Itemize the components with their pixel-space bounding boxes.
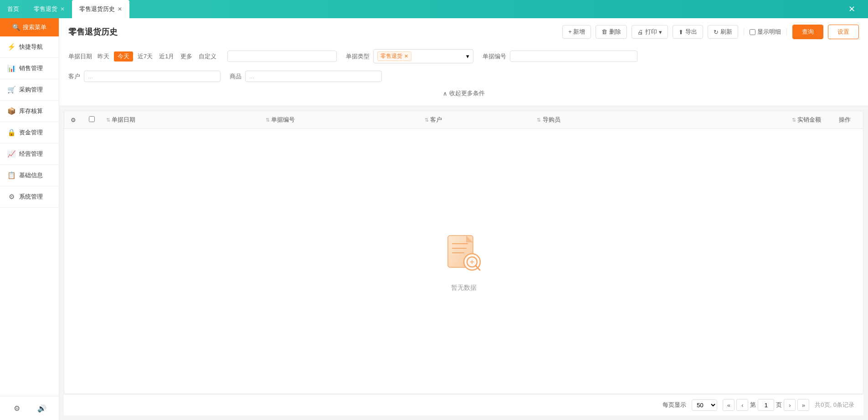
sidebar-settings-button[interactable]: ⚙	[10, 401, 24, 415]
display-detail-checkbox[interactable]	[750, 29, 755, 35]
th-actions: 操作	[827, 111, 863, 129]
print-button[interactable]: 🖨 🖨 打印 打印 ▾	[632, 25, 668, 39]
date-option-custom[interactable]: 自定义	[197, 51, 218, 61]
sidebar-item-sales-mgmt[interactable]: 📊 销售管理	[0, 58, 59, 79]
export-icon: ⬆	[678, 29, 683, 36]
sidebar-item-purchase-mgmt[interactable]: 🛒 采购管理	[0, 79, 59, 101]
empty-illustration	[441, 231, 487, 277]
doc-type-tag: 零售退货 ✕	[377, 51, 411, 61]
collapse-button[interactable]: ∧ 收起更多条件	[439, 87, 488, 99]
prev-page-button[interactable]: ‹	[736, 399, 748, 411]
sidebar-item-basic-info[interactable]: 📋 基础信息	[0, 165, 59, 186]
th-checkbox[interactable]	[82, 111, 101, 129]
quick-nav-icon: ⚡	[7, 43, 15, 51]
doc-number-input[interactable]	[510, 51, 637, 62]
column-settings-icon[interactable]: ⚙	[71, 117, 76, 123]
filter-customer: 客户 ...	[68, 71, 221, 82]
pagination-bar: 每页显示 50 10 20 100 « ‹ 第 页 › » 共0页, 0条记录	[64, 394, 863, 415]
sidebar-item-quick-nav[interactable]: ⚡ 快捷导航	[0, 36, 59, 58]
close-window-button[interactable]: ✕	[845, 2, 859, 16]
date-option-7days[interactable]: 近7天	[136, 51, 154, 61]
tab-retail-return-history[interactable]: 零售退货历史 ✕	[72, 0, 129, 18]
doc-type-tag-text: 零售退货	[380, 52, 402, 60]
th-settings[interactable]: ⚙	[64, 111, 82, 129]
goods-value: ...	[249, 73, 378, 80]
filter-date-range: 2023-06-02 至 2023-06-02	[227, 51, 337, 62]
operation-icon: 📈	[7, 150, 15, 158]
doc-number-label: 单据编号	[483, 52, 506, 61]
sidebar-item-inventory-label: 库存核算	[19, 107, 43, 115]
filter-doc-type: 单据类型 零售退货 ✕ ▾	[346, 49, 473, 63]
sidebar-item-finance-mgmt[interactable]: 🔒 资金管理	[0, 122, 59, 143]
sidebar-item-sales-mgmt-label: 销售管理	[19, 64, 43, 72]
sidebar-item-inventory[interactable]: 📦 库存核算	[0, 101, 59, 122]
display-detail-label: 显示明细	[757, 28, 781, 36]
goods-select[interactable]: ...	[245, 71, 382, 82]
th-guide[interactable]: 导购员	[531, 111, 667, 129]
date-option-1month[interactable]: 近1月	[157, 51, 176, 61]
finance-icon: 🔒	[7, 128, 15, 137]
doc-type-label: 单据类型	[346, 52, 370, 61]
search-icon: 🔍	[12, 24, 20, 31]
page-header: 零售退货历史 + 新增 🗑 删除 🖨 🖨 打印 打印 ▾ ⬆ 导出	[59, 18, 868, 106]
tab-retail-return-close[interactable]: ✕	[60, 6, 65, 12]
refresh-button[interactable]: ↻ 刷新	[708, 25, 738, 39]
per-page-select[interactable]: 50 10 20 100	[692, 400, 717, 411]
toolbar: + 新增 🗑 删除 🖨 🖨 打印 打印 ▾ ⬆ 导出 ↻ 刷新	[562, 25, 859, 39]
tab-home-label: 首页	[7, 5, 19, 13]
date-option-yesterday[interactable]: 昨天	[96, 51, 111, 61]
doc-type-value: 零售退货 ✕	[377, 51, 463, 61]
delete-button[interactable]: 🗑 删除	[596, 25, 627, 39]
customer-select[interactable]: ...	[84, 71, 221, 82]
filter-row-1: 单据日期 昨天 今天 近7天 近1月 更多 自定义 2023-06-02 至 2…	[68, 46, 859, 67]
doc-type-select[interactable]: 零售退货 ✕ ▾	[373, 49, 473, 63]
per-page-label: 每页显示	[663, 401, 686, 409]
th-date[interactable]: 单据日期	[101, 111, 260, 129]
date-option-more[interactable]: 更多	[179, 51, 194, 61]
date-options: 昨天 今天 近7天 近1月 更多 自定义	[96, 51, 218, 61]
sidebar-item-operation-mgmt[interactable]: 📈 经营管理	[0, 143, 59, 165]
doc-type-tag-remove[interactable]: ✕	[404, 53, 408, 59]
date-range-input[interactable]: 2023-06-02 至 2023-06-02	[227, 51, 337, 62]
th-customer[interactable]: 客户	[419, 111, 531, 129]
goods-placeholder: ...	[249, 73, 254, 80]
table-container: ⚙ 单据日期 单据编号 客户	[64, 111, 863, 394]
settings-button[interactable]: 设置	[828, 25, 859, 39]
export-button[interactable]: ⬆ 导出	[673, 25, 703, 39]
date-option-today[interactable]: 今天	[114, 51, 133, 61]
th-number[interactable]: 单据编号	[260, 111, 420, 129]
last-page-button[interactable]: »	[797, 399, 809, 411]
first-page-button[interactable]: «	[723, 399, 734, 411]
sidebar-item-quick-nav-label: 快捷导航	[19, 43, 43, 51]
th-amount[interactable]: 实销金额	[667, 111, 827, 129]
new-button[interactable]: + 新增	[562, 25, 591, 39]
sidebar-speaker-button[interactable]: 🔊	[35, 401, 49, 415]
system-icon: ⚙	[7, 193, 15, 201]
query-button[interactable]: 查询	[792, 25, 823, 39]
select-all-checkbox[interactable]	[89, 116, 95, 122]
tab-retail-return-history-close[interactable]: ✕	[118, 6, 122, 12]
page-number-input[interactable]	[758, 399, 774, 411]
sidebar-item-system-mgmt[interactable]: ⚙ 系统管理	[0, 186, 59, 208]
toolbar-divider2	[786, 28, 787, 36]
goods-label: 商品	[230, 72, 241, 81]
customer-placeholder: ...	[88, 73, 93, 80]
refresh-icon: ↻	[714, 29, 719, 36]
filter-area: 单据日期 昨天 今天 近7天 近1月 更多 自定义 2023-06-02 至 2…	[68, 46, 859, 106]
next-page-button[interactable]: ›	[784, 399, 796, 411]
display-detail-checkbox-label[interactable]: 显示明细	[750, 28, 781, 36]
empty-text: 暂无数据	[451, 284, 477, 292]
sidebar-item-basic-info-label: 基础信息	[19, 171, 43, 179]
empty-icon	[441, 231, 487, 277]
inventory-icon: 📦	[7, 107, 15, 115]
page-title: 零售退货历史	[68, 26, 118, 37]
sidebar-search-label: 搜索菜单	[23, 23, 46, 31]
sidebar-item-finance-mgmt-label: 资金管理	[19, 128, 43, 137]
main-layout: 🔍 搜索菜单 ⚡ 快捷导航 📊 销售管理 🛒 采购管理 📦 库存核算 🔒	[0, 18, 868, 420]
sidebar-search[interactable]: 🔍 搜索菜单	[0, 18, 59, 36]
tab-retail-return[interactable]: 零售退货 ✕	[26, 0, 72, 18]
sidebar: 🔍 搜索菜单 ⚡ 快捷导航 📊 销售管理 🛒 采购管理 📦 库存核算 🔒	[0, 18, 59, 420]
top-bar-right: ✕	[845, 2, 868, 16]
tab-home[interactable]: 首页	[0, 0, 26, 18]
toolbar-divider	[744, 28, 744, 36]
